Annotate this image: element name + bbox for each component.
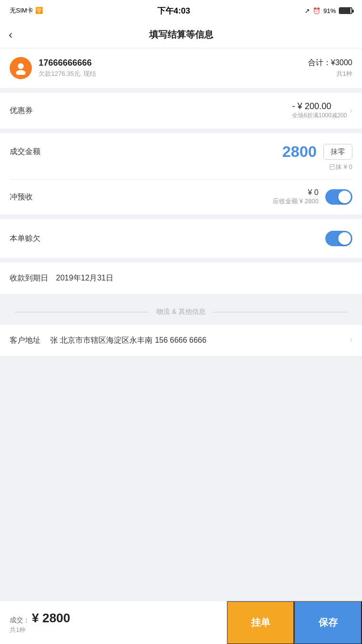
user-info-row: 17666666666 欠款1276.35元, 现结 合计：¥3000 共1种 bbox=[0, 48, 362, 88]
alarm-icon: ⏰ bbox=[313, 7, 320, 14]
page-title: 填写结算等信息 bbox=[149, 28, 213, 41]
due-date-row: 收款到期日 2019年12月31日 bbox=[0, 263, 362, 294]
prepay-right: ¥ 0 应收金额 ¥ 2800 bbox=[273, 188, 352, 206]
deal-amount-value: 2800 bbox=[282, 143, 317, 161]
footer-info: 成交： ¥ 2800 共1种 bbox=[0, 611, 227, 634]
deal-section: 成交金额 2800 抹零 已抹 ¥ 0 冲预收 ¥ 0 应收金额 ¥ 2800 bbox=[0, 133, 362, 214]
hold-button[interactable]: 挂单 bbox=[227, 601, 294, 644]
due-date-value: 2019年12月31日 bbox=[56, 273, 113, 283]
prepay-toggle[interactable] bbox=[325, 189, 352, 205]
user-left: 17666666666 欠款1276.35元, 现结 bbox=[10, 57, 96, 79]
debt-label: 本单赊欠 bbox=[10, 234, 41, 244]
prepay-row: 冲预收 ¥ 0 应收金额 ¥ 2800 bbox=[0, 180, 362, 214]
logistics-divider: 物流 & 其他信息 bbox=[0, 299, 362, 325]
user-details: 17666666666 欠款1276.35元, 现结 bbox=[39, 58, 96, 78]
logistics-text: 物流 & 其他信息 bbox=[156, 308, 205, 316]
coupon-desc: 全场6折满1000减200 bbox=[292, 112, 347, 120]
back-button[interactable]: ‹ bbox=[9, 28, 13, 42]
battery-text: 91% bbox=[323, 7, 336, 14]
due-date-label: 收款到期日 bbox=[10, 273, 48, 283]
prepay-label: 冲预收 bbox=[10, 192, 33, 202]
avatar bbox=[10, 57, 32, 79]
footer: 成交： ¥ 2800 共1种 挂单 保存 bbox=[0, 601, 362, 644]
svg-point-0 bbox=[18, 63, 24, 69]
total-amount: 合计：¥3000 bbox=[308, 58, 353, 68]
footer-deal-label: 成交： bbox=[10, 616, 30, 625]
battery-icon bbox=[339, 7, 352, 14]
coupon-label: 优惠券 bbox=[10, 106, 33, 116]
deal-right: 2800 抹零 bbox=[282, 143, 352, 161]
prepay-main: ¥ 0 bbox=[273, 188, 319, 197]
user-phone: 17666666666 bbox=[39, 58, 96, 68]
coupon-row[interactable]: 优惠券 - ¥ 200.00 全场6折满1000减200 › bbox=[0, 93, 362, 128]
coupon-chevron-icon: › bbox=[350, 106, 352, 115]
deal-amount-row: 成交金额 2800 抹零 bbox=[0, 133, 362, 161]
save-button[interactable]: 保存 bbox=[294, 601, 362, 644]
address-label: 客户地址 bbox=[10, 336, 41, 346]
deal-label: 成交金额 bbox=[10, 147, 41, 157]
user-total: 合计：¥3000 共1种 bbox=[308, 58, 353, 78]
bottom-gray-area bbox=[0, 361, 362, 438]
main-content: 17666666666 欠款1276.35元, 现结 合计：¥3000 共1种 … bbox=[0, 48, 362, 486]
round-button[interactable]: 抹零 bbox=[323, 144, 352, 160]
coupon-amount: - ¥ 200.00 bbox=[292, 101, 347, 112]
svg-point-1 bbox=[16, 70, 26, 75]
status-left: 无SIM卡 🛜 bbox=[10, 6, 43, 15]
address-row[interactable]: 客户地址 张 北京市市辖区海淀区永丰南 156 6666 6666 › bbox=[0, 325, 362, 356]
coupon-right: - ¥ 200.00 全场6折满1000减200 › bbox=[292, 101, 352, 120]
user-debt: 欠款1276.35元, 现结 bbox=[39, 70, 96, 78]
nav-bar: ‹ 填写结算等信息 bbox=[0, 21, 362, 48]
debt-toggle[interactable] bbox=[325, 231, 352, 246]
address-value: 张 北京市市辖区海淀区永丰南 156 6666 6666 bbox=[50, 335, 345, 346]
location-icon: ↗ bbox=[305, 7, 310, 14]
item-count: 共1种 bbox=[308, 70, 353, 78]
address-chevron-icon: › bbox=[350, 336, 352, 344]
sim-status: 无SIM卡 🛜 bbox=[10, 6, 43, 15]
prepay-amount: ¥ 0 应收金额 ¥ 2800 bbox=[273, 188, 319, 206]
deal-sub: 已抹 ¥ 0 bbox=[0, 161, 362, 179]
status-time: 下午4:03 bbox=[157, 5, 190, 16]
footer-count: 共1种 bbox=[10, 626, 217, 634]
debt-row: 本单赊欠 bbox=[0, 219, 362, 258]
footer-amount: ¥ 2800 bbox=[32, 611, 70, 626]
status-bar: 无SIM卡 🛜 下午4:03 ↗ ⏰ 91% bbox=[0, 0, 362, 21]
status-right: ↗ ⏰ 91% bbox=[305, 7, 352, 14]
prepay-sub: 应收金额 ¥ 2800 bbox=[273, 197, 319, 206]
